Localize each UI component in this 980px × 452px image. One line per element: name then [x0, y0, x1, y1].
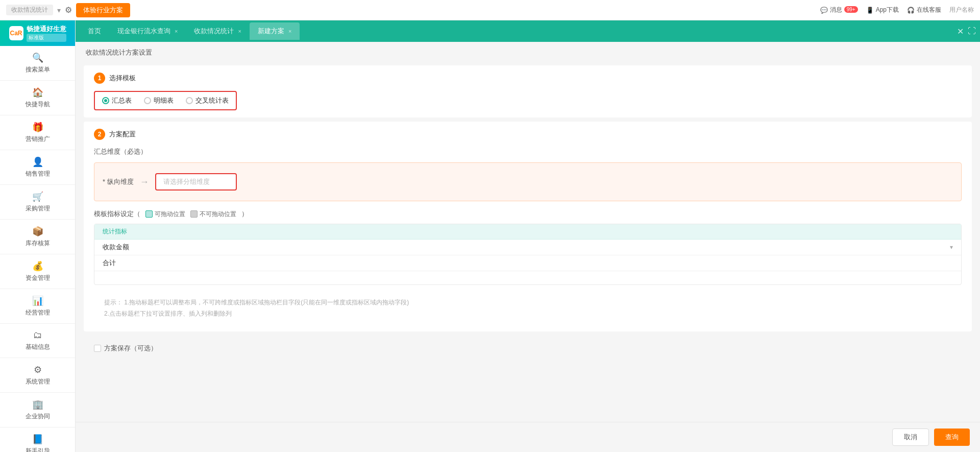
sidebar-item-basic[interactable]: 🗂 基础信息	[0, 324, 75, 358]
step2-label: 2 方案配置	[94, 129, 962, 140]
sidebar-item-operations[interactable]: 📊 经营管理	[0, 289, 75, 324]
radio-detail-label: 明细表	[154, 96, 174, 105]
tab-expand-icon[interactable]: ⛶	[968, 27, 976, 36]
dimension-select[interactable]: 请选择分组维度	[155, 173, 237, 191]
step2-number: 2	[94, 129, 105, 140]
template-options: 汇总表 明细表 交叉统计表	[94, 91, 237, 110]
download-action[interactable]: 📱 App下载	[866, 6, 899, 14]
tip-2: 2.点击标题栏下拉可设置排序、插入列和删除列	[104, 308, 951, 320]
sidebar-label-corp: 企业协同	[26, 412, 50, 421]
tab-stats[interactable]: 收款情况统计 ×	[186, 22, 249, 40]
save-checkbox-label: 方案保存（可选）	[104, 344, 157, 353]
radio-summary-label: 汇总表	[112, 96, 132, 105]
stats-table-header: 统计指标	[94, 224, 961, 240]
page-title: 收款情况统计方案设置	[86, 49, 152, 56]
metrics-label-text: 模板指标设定（	[94, 209, 140, 219]
dimension-row: * 纵向维度 → 请选择分组维度	[103, 173, 953, 191]
radio-summary[interactable]: 汇总表	[102, 96, 132, 105]
message-badge: 99+	[844, 6, 858, 13]
sidebar-logo: CaR 畅捷通好生意 标准版	[0, 20, 75, 46]
trial-button[interactable]: 体验行业方案	[76, 3, 130, 17]
tab-bank[interactable]: 现金银行流水查询 ×	[109, 22, 186, 40]
step1-title: 选择模板	[109, 74, 136, 83]
tip-1: 提示： 1.拖动标题栏可以调整布局，不可跨维度或指标区域拖动栏目字段(只能在同一…	[104, 297, 951, 308]
sidebar-item-search[interactable]: 🔍 搜索菜单	[0, 46, 75, 81]
gear-icon[interactable]: ⚙	[65, 5, 72, 15]
tips-section: 提示： 1.拖动标题栏可以调整布局，不可跨维度或指标区域拖动栏目字段(只能在同一…	[94, 292, 962, 324]
sidebar-label-search: 搜索菜单	[26, 65, 50, 74]
user-name: 用户名称	[949, 6, 974, 14]
tab-new-plan[interactable]: 新建方案 ×	[250, 22, 300, 40]
tab-home[interactable]: 首页	[80, 22, 109, 40]
radio-detail[interactable]: 明细表	[144, 96, 174, 105]
stats-amount-label: 收款金额	[103, 243, 129, 252]
search-icon: 🔍	[32, 52, 43, 63]
page-footer: 取消 查询	[76, 422, 980, 452]
template-section: 1 选择模板 汇总表 明细表	[84, 65, 972, 117]
sidebar-item-marketing[interactable]: 🎁 营销推广	[0, 115, 75, 150]
sidebar-item-guide[interactable]: 📘 新手引导	[0, 427, 75, 452]
tab-bank-label: 现金银行流水查询	[117, 27, 170, 36]
chevron-down-icon[interactable]: ▾	[57, 6, 61, 14]
message-action[interactable]: 💬 消息 99+	[820, 6, 858, 14]
metrics-close-paren: ）	[241, 209, 248, 219]
cancel-button[interactable]: 取消	[892, 429, 929, 446]
step2-title: 方案配置	[109, 130, 136, 139]
sidebar-items: 🔍 搜索菜单 🏠 快捷导航 🎁 营销推广 👤 销售管理 🛒 采购管理 📦	[0, 46, 75, 452]
tab-home-label: 首页	[88, 27, 101, 36]
sidebar-item-sales[interactable]: 👤 销售管理	[0, 150, 75, 185]
sidebar-item-finance[interactable]: 💰 资金管理	[0, 254, 75, 289]
draggable-box	[145, 210, 153, 218]
message-label: 消息	[830, 6, 842, 14]
sidebar-item-quick-nav[interactable]: 🏠 快捷导航	[0, 81, 75, 115]
save-section: 方案保存（可选）	[84, 338, 972, 359]
tab-stats-close[interactable]: ×	[238, 28, 241, 34]
top-header: 收款情况统计 ▾ ⚙ 体验行业方案 💬 消息 99+ 📱 App下载 🎧 在线客…	[0, 0, 980, 20]
sidebar-label-marketing: 营销推广	[26, 135, 50, 144]
save-checkbox[interactable]	[94, 345, 101, 352]
download-icon: 📱	[866, 7, 874, 14]
query-button[interactable]: 查询	[934, 429, 970, 446]
logo-text: 畅捷通好生意	[27, 25, 66, 34]
edition-badge: 标准版	[27, 34, 66, 42]
sidebar-label-finance: 资金管理	[26, 274, 50, 282]
draggable-text: 可拖动位置	[155, 210, 185, 219]
sidebar-label-purchase: 采购管理	[26, 204, 50, 213]
sidebar-label-sales: 销售管理	[26, 170, 50, 178]
header-left: 收款情况统计 ▾ ⚙ 体验行业方案	[6, 3, 816, 17]
radio-cross-label: 交叉统计表	[195, 96, 229, 105]
service-action[interactable]: 🎧 在线客服	[907, 6, 941, 14]
money-icon: 💰	[32, 260, 43, 272]
stats-amount-dropdown-icon[interactable]: ▾	[950, 244, 953, 251]
tab-bank-close[interactable]: ×	[175, 28, 178, 34]
sidebar-label-operations: 经营管理	[26, 308, 50, 317]
tab-close-window-icon[interactable]: ✕	[957, 27, 964, 36]
step1-number: 1	[94, 73, 105, 84]
radio-cross[interactable]: 交叉统计表	[186, 96, 229, 105]
sidebar-item-system[interactable]: ⚙ 系统管理	[0, 358, 75, 393]
tab-new-plan-close[interactable]: ×	[288, 28, 291, 34]
stats-cell-total: 合计	[94, 255, 961, 271]
sidebar-item-inventory[interactable]: 📦 库存核算	[0, 220, 75, 254]
page-title-bar: 收款情况统计方案设置	[76, 42, 980, 61]
sidebar-item-corp[interactable]: 🏢 企业协同	[0, 393, 75, 427]
save-option-label[interactable]: 方案保存（可选）	[94, 344, 962, 353]
settings-icon: ⚙	[34, 364, 42, 375]
service-label: 在线客服	[917, 6, 941, 14]
sidebar-label-guide: 新手引导	[26, 447, 50, 452]
sidebar-item-purchase[interactable]: 🛒 采购管理	[0, 185, 75, 220]
building-icon: 🏢	[32, 399, 43, 410]
home-icon: 🏠	[32, 87, 43, 98]
arrow-right-icon: →	[140, 177, 149, 187]
stats-cell-amount[interactable]: 收款金额 ▾	[94, 240, 961, 255]
tab-stats-label: 收款情况统计	[194, 27, 234, 36]
sidebar-label-inventory: 库存核算	[26, 239, 50, 248]
folder-icon: 🗂	[33, 330, 42, 341]
logo-icon: CaR	[9, 26, 23, 40]
non-draggable-text: 不可拖动位置	[200, 210, 236, 219]
stats-total-label: 合计	[103, 258, 116, 268]
breadcrumb-text: 收款情况统计	[6, 5, 53, 15]
user-icon: 👤	[32, 156, 43, 168]
config-section: 2 方案配置 汇总维度（必选） * 纵向维度 → 请选择分组维度 模板指标设定（	[84, 122, 972, 331]
book-icon: 📘	[32, 434, 43, 445]
